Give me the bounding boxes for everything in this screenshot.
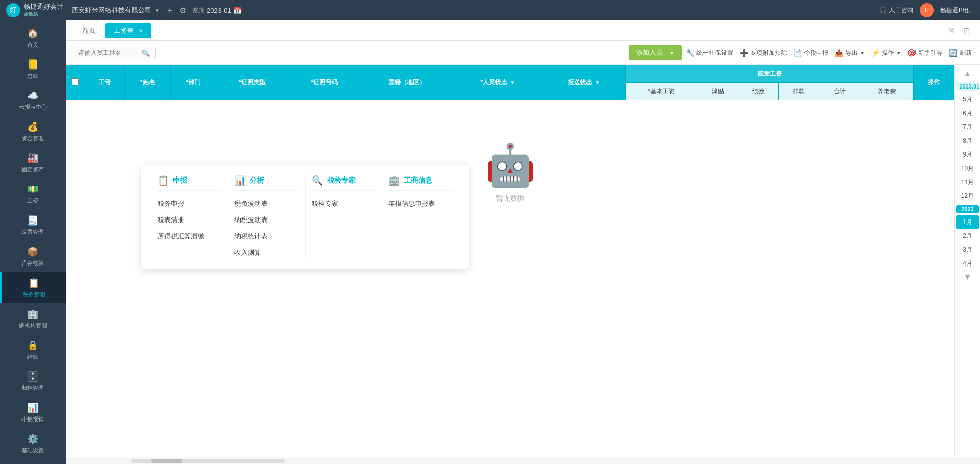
sidebar-item-inventory[interactable]: 📦 库存核算 xyxy=(0,241,66,272)
select-all-checkbox[interactable] xyxy=(72,78,79,85)
horizontal-scrollbar[interactable] xyxy=(131,459,285,463)
income-clear-item[interactable]: 所得税汇算清缴 xyxy=(158,231,222,242)
user-name[interactable]: 畅捷通B组... xyxy=(940,6,974,15)
sidebar-item-invoice[interactable]: 🧾 发票管理 xyxy=(0,210,66,241)
th-checkbox xyxy=(66,65,84,100)
sidebar-item-salary[interactable]: 💵 工资 xyxy=(0,179,66,210)
sidebar-item-assets[interactable]: 🏭 固定资产 xyxy=(0,147,66,179)
sidebar-label-funds: 资金管理 xyxy=(21,135,44,142)
th-pension: 养老费 xyxy=(860,83,913,100)
status-filter-icon[interactable]: ▼ xyxy=(510,80,515,85)
timeline-month-6[interactable]: 6月 xyxy=(956,106,979,120)
timeline-down-nav[interactable]: ▼ xyxy=(962,271,974,284)
income-calc-item[interactable]: 收入测算 xyxy=(234,247,298,258)
timeline-month-2[interactable]: 2月 xyxy=(956,229,979,243)
sidebar-item-tax[interactable]: 📋 税务管理 xyxy=(0,272,66,303)
timeline-year-2023: 2023 xyxy=(956,205,979,213)
tab-home[interactable]: 首页 xyxy=(74,23,103,38)
top-right: 🎧 人工咨询 U 畅捷通B组... xyxy=(879,3,974,17)
content-area: 首页 工资表 ✕ ✕ ⊡ 🔍 添加人员 ▼ 🔧 xyxy=(66,20,980,464)
refresh-btn[interactable]: 🔄 刷新 xyxy=(949,49,972,57)
search-input[interactable] xyxy=(78,49,140,56)
sidebar-item-archive[interactable]: 🗄️ 归档管理 xyxy=(0,366,66,397)
company-selector[interactable]: 西安虾米网络科技有限公司 ▼ xyxy=(72,6,160,15)
report-icon: 📊 xyxy=(27,402,38,413)
timeline-month-10[interactable]: 10月 xyxy=(956,162,979,175)
analysis-header: 📊 分析 xyxy=(234,175,298,191)
sidebar-item-basic[interactable]: ⚙️ 基础设置 xyxy=(0,428,66,459)
timeline-month-7[interactable]: 7月 xyxy=(956,120,979,134)
tax-burden-item[interactable]: 税负波动表 xyxy=(234,198,298,209)
scrollbar-thumb[interactable] xyxy=(151,459,182,463)
tab-close-icon[interactable]: ✕ xyxy=(139,28,143,34)
timeline-month-9[interactable]: 9月 xyxy=(956,148,979,162)
sidebar-item-report[interactable]: 📊 小畅报销 xyxy=(0,397,66,428)
tax-declare-item[interactable]: 税务申报 xyxy=(158,198,222,209)
special-deduction-btn[interactable]: ➕ 专项附加扣除 xyxy=(739,49,787,57)
tax-table-item[interactable]: 税表清册 xyxy=(158,214,222,226)
user-avatar[interactable]: U xyxy=(920,3,934,17)
sidebar-item-close-period[interactable]: 🔒 结账 xyxy=(0,335,66,366)
timeline-month-3[interactable]: 3月 xyxy=(956,243,979,257)
company-dropdown-icon[interactable]: ▼ xyxy=(155,8,160,13)
logo-area: 好 畅捷通好会计 旗舰版 xyxy=(6,3,68,18)
archive-icon: 🗄️ xyxy=(27,371,38,382)
th-id: 工号 xyxy=(84,65,125,100)
tax-return-btn[interactable]: 📄 个税申报 xyxy=(793,49,829,57)
timeline-month-12[interactable]: 12月 xyxy=(956,189,979,203)
th-yingfa-group: 应发工资 xyxy=(625,65,913,83)
timeline-month-5[interactable]: 5月 xyxy=(956,93,979,106)
window-restore-btn[interactable]: ⊡ xyxy=(961,25,972,36)
add-person-button[interactable]: 添加人员 ▼ xyxy=(629,45,682,60)
declaration-section: 📋 申报 税务申报 税表清册 所得税汇算清缴 xyxy=(151,175,228,258)
add-dropdown-icon[interactable]: ▼ xyxy=(666,50,674,56)
search-icon[interactable]: 🔍 xyxy=(142,49,150,57)
search-box[interactable]: 🔍 xyxy=(74,47,156,59)
annual-report-item[interactable]: 年报信息申报表 xyxy=(388,198,452,209)
sidebar-label-close: 结账 xyxy=(27,353,38,361)
calendar-icon[interactable]: 📅 xyxy=(233,7,242,14)
tax-expert-items: 税检专家 xyxy=(312,198,376,209)
social-insurance-icon: 🔧 xyxy=(686,49,694,57)
window-close-btn[interactable]: ✕ xyxy=(946,25,957,36)
multi-icon: 🏢 xyxy=(27,308,38,320)
social-insurance-btn[interactable]: 🔧 统一社保设置 xyxy=(686,49,733,57)
ledger-icon: 📒 xyxy=(27,59,38,70)
tax-check-item[interactable]: 税检专家 xyxy=(312,198,376,209)
th-cert-type: *证照类型 xyxy=(216,65,288,100)
timeline-month-1[interactable]: 1月 xyxy=(956,215,979,229)
th-base-salary: *基本工资 xyxy=(625,83,698,100)
th-status: *人员状态 ▼ xyxy=(453,65,542,100)
empty-text: 暂无数据 xyxy=(496,194,525,203)
sidebar-item-guide[interactable]: 🆕 新手引导 xyxy=(0,459,66,464)
analysis-items: 税负波动表 纳税波动表 纳税统计表 收入测算 xyxy=(234,198,298,258)
export-btn[interactable]: 📤 导出 ▼ xyxy=(835,49,865,57)
operations-label: 操作 xyxy=(882,49,894,57)
tax-stats-item[interactable]: 纳税统计表 xyxy=(234,231,298,242)
report-filter-icon[interactable]: ▼ xyxy=(595,80,600,85)
sidebar-label-archive: 归档管理 xyxy=(21,384,44,392)
guide-btn[interactable]: 🎯 新手引导 xyxy=(907,49,943,57)
sidebar-item-home[interactable]: 🏠 首页 xyxy=(0,23,66,54)
sidebar-item-cloud[interactable]: ☁️ 云报表中心 xyxy=(0,85,66,116)
operations-btn[interactable]: ⚡ 操作 ▼ xyxy=(871,49,901,57)
sidebar-item-funds[interactable]: 💰 资金管理 xyxy=(0,116,66,147)
sidebar-item-multi[interactable]: 🏢 多机构管理 xyxy=(0,303,66,335)
add-company-icon[interactable]: ＋ xyxy=(166,5,174,16)
home-icon: 🏠 xyxy=(27,28,38,39)
th-cert-no: *证照号码 xyxy=(288,65,360,100)
timeline-month-11[interactable]: 11月 xyxy=(956,175,979,189)
analysis-title: 分析 xyxy=(250,176,264,185)
settings-icon[interactable]: ⚙ xyxy=(179,6,186,15)
timeline-month-4[interactable]: 4月 xyxy=(956,257,979,271)
tax-return-label: 个税申报 xyxy=(804,49,829,57)
th-name: *姓名 xyxy=(125,65,170,100)
timeline-month-8[interactable]: 8月 xyxy=(956,134,979,148)
support-button[interactable]: 🎧 人工咨询 xyxy=(879,6,913,15)
tab-salary-table[interactable]: 工资表 ✕ xyxy=(105,23,151,38)
bottom-scrollbar-area xyxy=(66,457,980,464)
timeline-up-nav[interactable]: ▲ xyxy=(962,67,974,80)
sidebar-item-ledger[interactable]: 📒 总账 xyxy=(0,54,66,85)
tax-payment-item[interactable]: 纳税波动表 xyxy=(234,214,298,226)
declaration-items: 税务申报 税表清册 所得税汇算清缴 xyxy=(158,198,222,242)
